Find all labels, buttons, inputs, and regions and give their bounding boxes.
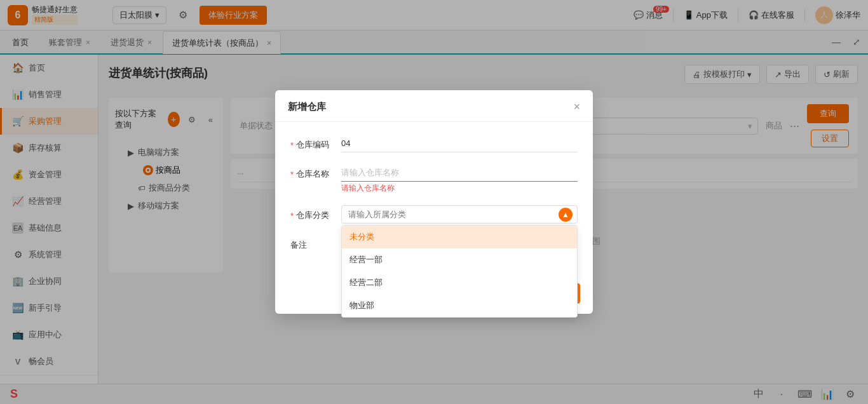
modal-title: 新增仓库	[288, 101, 326, 113]
modal-header: 新增仓库 ×	[275, 90, 593, 122]
modal-body: * 仓库编码 * 仓库名称 请输入仓库名称	[275, 122, 593, 277]
modal-close-button[interactable]: ×	[573, 100, 580, 114]
modal-overlay: 新增仓库 × * 仓库编码 * 仓库名称	[0, 0, 868, 404]
name-input[interactable]	[341, 164, 578, 182]
category-label: * 仓库分类	[290, 205, 341, 221]
category-dropdown-arrow[interactable]: ▲	[559, 208, 573, 222]
notes-label: 备注	[290, 235, 341, 251]
form-row-code: * 仓库编码	[290, 135, 578, 152]
dropdown-option-property[interactable]: 物业部	[342, 294, 577, 317]
category-field: ▲ 未分类 经营一部 经营二部 物业部	[341, 205, 578, 224]
code-input[interactable]	[341, 135, 578, 152]
form-row-category: * 仓库分类 ▲ 未分类 经营一部 经营二部 物业部	[290, 205, 578, 224]
dropdown-option-dept2[interactable]: 经营二部	[342, 271, 577, 294]
category-dropdown-list: 未分类 经营一部 经营二部 物业部	[341, 225, 578, 318]
form-row-name: * 仓库名称 请输入仓库名称	[290, 164, 578, 194]
name-error-msg: 请输入仓库名称	[341, 183, 578, 194]
name-field: 请输入仓库名称	[341, 164, 578, 194]
code-field	[341, 135, 578, 152]
name-label: * 仓库名称	[290, 164, 341, 180]
code-label: * 仓库编码	[290, 135, 341, 151]
category-select-wrapper: ▲ 未分类 经营一部 经营二部 物业部	[341, 205, 578, 224]
dropdown-option-dept1[interactable]: 经营一部	[342, 248, 577, 271]
category-input[interactable]	[341, 205, 578, 224]
modal-new-warehouse: 新增仓库 × * 仓库编码 * 仓库名称	[275, 90, 593, 314]
dropdown-option-uncategorized[interactable]: 未分类	[342, 226, 577, 248]
